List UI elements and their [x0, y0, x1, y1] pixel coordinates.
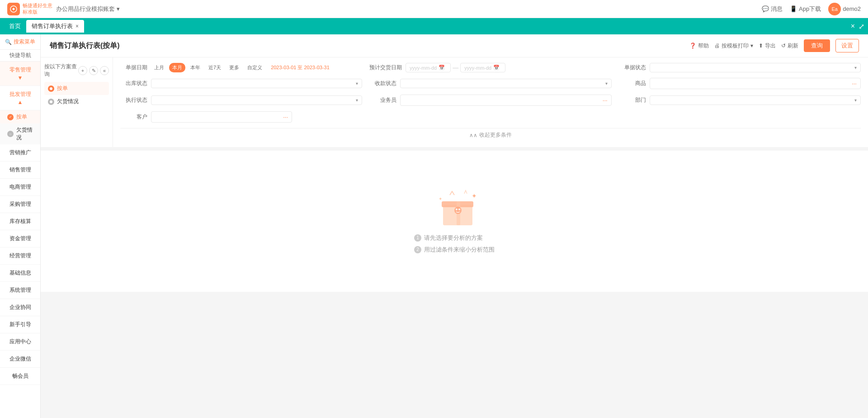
customer-label: 客户 [120, 113, 147, 121]
print-button[interactable]: 🖨 按模板打印 ▾ [714, 42, 753, 50]
collapse-scheme-button[interactable]: « [100, 66, 109, 75]
salesperson-input[interactable]: ··· [400, 95, 611, 106]
refresh-icon: ↺ [781, 43, 786, 49]
sidebar-item-member[interactable]: 畅会员 [0, 368, 40, 385]
logo-area: 畅捷通好生意 标准版 [7, 3, 52, 15]
payment-status-group: 收款状态 ▾ [369, 79, 611, 88]
sidebar-item-basic[interactable]: 基础信息 [0, 265, 40, 282]
refresh-button[interactable]: ↺ 刷新 [781, 42, 798, 50]
top-nav-right: 💬 消息 📱 App下载 Ea demo2 [762, 3, 861, 15]
export-button[interactable]: ⬆ 导出 [759, 42, 776, 50]
sidebar-quick-nav[interactable]: 快捷导航 [0, 50, 40, 62]
sidebar-item-inventory[interactable]: 库存核算 [0, 213, 40, 230]
add-scheme-button[interactable]: + [78, 66, 87, 75]
date-btn-this-month[interactable]: 本月 [169, 63, 185, 72]
filter-layout: 按以下方案查询 + ✎ « 按单 [41, 57, 868, 147]
calendar-icon: 📅 [439, 65, 445, 71]
customer-group: 客户 ··· [120, 111, 292, 123]
scheme-order[interactable]: 按单 [44, 82, 109, 95]
tab-home[interactable]: 首页 [4, 20, 26, 33]
scheme-debt[interactable]: 欠货情况 [44, 95, 109, 108]
exec-status-label: 执行状态 [120, 96, 147, 104]
product-input[interactable]: ··· [650, 78, 861, 89]
order-status-label: 单据状态 [619, 64, 646, 71]
message-button[interactable]: 💬 消息 [762, 5, 783, 13]
salesperson-label: 业务员 [369, 96, 396, 104]
date-btn-last-month[interactable]: 上月 [151, 63, 167, 72]
svg-text:✦: ✦ [472, 192, 477, 200]
date-btn-more[interactable]: 更多 [226, 63, 242, 72]
chevron-down-icon-4: ▾ [356, 98, 358, 103]
svg-point-8 [454, 207, 462, 214]
svg-text:✦: ✦ [439, 196, 442, 201]
exec-status-select[interactable]: ▾ [151, 95, 362, 105]
date-btn-this-year[interactable]: 本年 [187, 63, 203, 72]
tab-sales-order[interactable]: 销售订单执行表 × [26, 20, 84, 33]
expected-date-group: 预计交货日期 yyyy-mm-dd 📅 — yyyy-mm-dd 📅 [369, 63, 611, 72]
svg-point-10 [458, 209, 460, 210]
sidebar-item-newbie[interactable]: 新手引导 [0, 316, 40, 333]
payment-status-select[interactable]: ▾ [400, 79, 611, 88]
window-expand-button[interactable]: ⤢ [859, 22, 864, 31]
sidebar-item-ecommerce[interactable]: 电商管理 [0, 179, 40, 196]
search-label: 搜索菜单 [14, 38, 35, 46]
date-range-display: 2023-03-01 至 2023-03-31 [271, 64, 330, 71]
order-status-group: 单据状态 ▾ [619, 63, 861, 72]
sidebar-item-purchase[interactable]: 采购管理 [0, 196, 40, 213]
sidebar-item-appstore[interactable]: 应用中心 [0, 333, 40, 351]
order-status-select[interactable]: ▾ [650, 63, 861, 72]
empty-text: 1 请先选择要分析的方案 2 用过滤条件来缩小分析范围 [414, 232, 495, 256]
sidebar-item-retail[interactable]: 零售管理 ▼ [0, 62, 40, 86]
customer-input[interactable]: ··· [151, 111, 292, 123]
scheme-dot-secondary: ○ [7, 131, 14, 137]
scheme-dot-active: ✓ [7, 114, 14, 120]
username: demo2 [843, 5, 861, 12]
tab-close-icon[interactable]: × [75, 23, 79, 29]
app-download-button[interactable]: 📱 App下载 [790, 5, 821, 13]
sidebar-item-wholesale[interactable]: 批发管理 ▲ [0, 86, 40, 110]
sidebar-item-marketing[interactable]: 营销推广 [0, 144, 40, 162]
print-icon: 🖨 [714, 43, 720, 49]
expected-date-from[interactable]: yyyy-mm-dd 📅 [406, 63, 451, 72]
user-profile[interactable]: Ea demo2 [828, 3, 861, 15]
company-selector[interactable]: 办公用品行业模拟账套 ▾ [56, 5, 120, 13]
department-select[interactable]: ▾ [650, 95, 861, 105]
date-btn-custom[interactable]: 自定义 [244, 63, 265, 72]
scheme-header: 按以下方案查询 + ✎ « [44, 63, 109, 78]
scheme-title: 按以下方案查询 [44, 63, 78, 78]
query-button[interactable]: 查询 [804, 39, 830, 52]
logo-text: 畅捷通好生意 标准版 [23, 3, 52, 14]
message-icon: 💬 [762, 5, 769, 12]
sub-item-order[interactable]: ✓ 按单 [0, 110, 40, 124]
help-button[interactable]: ❓ 帮助 [689, 42, 709, 50]
filter-row-3: 执行状态 ▾ 业务员 ··· [120, 95, 861, 106]
expected-date-label: 预计交货日期 [369, 64, 402, 71]
sidebar-search[interactable]: 🔍 搜索菜单 [0, 34, 40, 50]
sidebar-item-system[interactable]: 系统管理 [0, 282, 40, 299]
collapse-bar[interactable]: ∧∧ 收起更多条件 [120, 128, 861, 142]
sidebar-item-operations[interactable]: 经营管理 [0, 247, 40, 265]
sidebar-item-corp[interactable]: 企业协同 [0, 299, 40, 316]
window-close-button[interactable]: × [851, 22, 855, 30]
expected-date-range: yyyy-mm-dd 📅 — yyyy-mm-dd 📅 [406, 63, 505, 72]
tab-bar-right: × ⤢ [851, 22, 864, 31]
delivery-status-select[interactable]: ▾ [151, 79, 362, 88]
date-btn-7days[interactable]: 近7天 [205, 63, 224, 72]
chevron-icon: ▼ [18, 75, 23, 81]
chevron-down-icon: ▾ [117, 5, 120, 12]
order-date-label: 单据日期 [120, 64, 147, 71]
payment-status-label: 收款状态 [369, 80, 396, 87]
salesperson-group: 业务员 ··· [369, 95, 611, 106]
calendar-icon-2: 📅 [493, 65, 500, 71]
active-scheme-dot [48, 86, 54, 92]
sidebar-item-wechat[interactable]: 企业微信 [0, 351, 40, 368]
sidebar-item-sales[interactable]: 销售管理 [0, 162, 40, 179]
sub-item-debt[interactable]: ○ 欠货情况 [0, 124, 40, 144]
edit-scheme-button[interactable]: ✎ [89, 66, 98, 75]
chevron-down-icon-3: ▾ [605, 81, 608, 86]
sidebar-item-finance[interactable]: 资金管理 [0, 230, 40, 247]
inactive-scheme-dot [48, 99, 54, 105]
expected-date-to[interactable]: yyyy-mm-dd 📅 [460, 63, 505, 72]
settings-button[interactable]: 设置 [835, 39, 859, 52]
download-icon: 📱 [790, 5, 797, 12]
